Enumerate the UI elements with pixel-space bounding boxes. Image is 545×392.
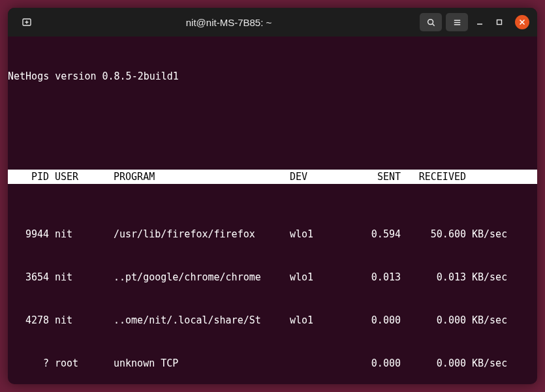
svg-rect-9 bbox=[497, 20, 502, 25]
minimize-icon bbox=[475, 18, 484, 27]
cell-dev: wlo1 bbox=[290, 313, 349, 327]
svg-point-3 bbox=[428, 19, 433, 24]
cell-sent: 0.013 bbox=[349, 270, 401, 284]
cell-unit: KB/sec bbox=[466, 313, 513, 327]
cell-sent: 0.000 bbox=[349, 313, 401, 327]
table-row: ? root unknown TCP 0.000 0.000 KB/sec bbox=[8, 356, 537, 370]
table-row: 4278 nit ..ome/nit/.local/share/St wlo1 … bbox=[8, 313, 537, 327]
cell-pid: 9944 bbox=[8, 227, 55, 241]
cell-user: nit bbox=[55, 270, 114, 284]
terminal-window: nit@nit-MS-7B85: ~ bbox=[8, 8, 537, 384]
blank-line bbox=[8, 112, 537, 127]
close-button[interactable] bbox=[515, 15, 529, 29]
cell-recv: 0.000 bbox=[401, 356, 466, 370]
hdr-pid: PID bbox=[8, 170, 55, 184]
cell-dev: wlo1 bbox=[290, 270, 349, 284]
cell-user: nit bbox=[55, 227, 114, 241]
maximize-button[interactable] bbox=[491, 14, 507, 30]
table-row: 3654 nit ..pt/google/chrome/chrome wlo1 … bbox=[8, 270, 537, 284]
hdr-dev: DEV bbox=[290, 170, 349, 184]
search-button[interactable] bbox=[420, 13, 442, 31]
cell-pid: 4278 bbox=[8, 313, 55, 327]
hdr-recv: RECEIVED bbox=[401, 170, 466, 184]
window-title: nit@nit-MS-7B85: ~ bbox=[38, 17, 420, 28]
cell-prog: ..pt/google/chrome/chrome bbox=[114, 270, 290, 284]
terminal-body[interactable]: NetHogs version 0.8.5-2build1 PID USER P… bbox=[8, 37, 537, 384]
close-icon bbox=[519, 19, 525, 25]
table-row: 9944 nit /usr/lib/firefox/firefox wlo1 0… bbox=[8, 227, 537, 241]
titlebar-right-cluster bbox=[420, 13, 532, 31]
hdr-user: USER bbox=[55, 170, 114, 184]
cell-user: nit bbox=[55, 313, 114, 327]
new-tab-button[interactable] bbox=[16, 13, 38, 31]
cell-unit: KB/sec bbox=[466, 270, 513, 284]
cell-recv: 50.600 bbox=[401, 227, 466, 241]
cell-sent: 0.000 bbox=[349, 356, 401, 370]
new-tab-icon bbox=[22, 17, 32, 27]
cell-pid: 3654 bbox=[8, 270, 55, 284]
cell-dev: wlo1 bbox=[290, 227, 349, 241]
cell-prog: /usr/lib/firefox/firefox bbox=[114, 227, 290, 241]
table-header: PID USER PROGRAM DEV SENT RECEIVED bbox=[8, 170, 537, 184]
cell-dev bbox=[290, 356, 349, 370]
maximize-icon bbox=[495, 18, 504, 27]
hdr-prog: PROGRAM bbox=[114, 170, 290, 184]
cell-sent: 0.594 bbox=[349, 227, 401, 241]
version-line: NetHogs version 0.8.5-2build1 bbox=[8, 69, 537, 83]
title-bar: nit@nit-MS-7B85: ~ bbox=[8, 8, 537, 37]
hamburger-icon bbox=[452, 18, 462, 27]
hdr-unit bbox=[466, 170, 513, 184]
cell-prog: unknown TCP bbox=[114, 356, 290, 370]
cell-unit: KB/sec bbox=[466, 356, 513, 370]
cell-recv: 0.013 bbox=[401, 270, 466, 284]
svg-line-4 bbox=[432, 23, 434, 25]
hdr-sent: SENT bbox=[349, 170, 401, 184]
cell-recv: 0.000 bbox=[401, 313, 466, 327]
cell-user: root bbox=[55, 356, 114, 370]
cell-prog: ..ome/nit/.local/share/St bbox=[114, 313, 290, 327]
search-icon bbox=[426, 18, 436, 27]
minimize-button[interactable] bbox=[472, 14, 488, 30]
hamburger-menu-button[interactable] bbox=[446, 13, 468, 31]
cell-pid: ? bbox=[8, 356, 55, 370]
cell-unit: KB/sec bbox=[466, 227, 513, 241]
